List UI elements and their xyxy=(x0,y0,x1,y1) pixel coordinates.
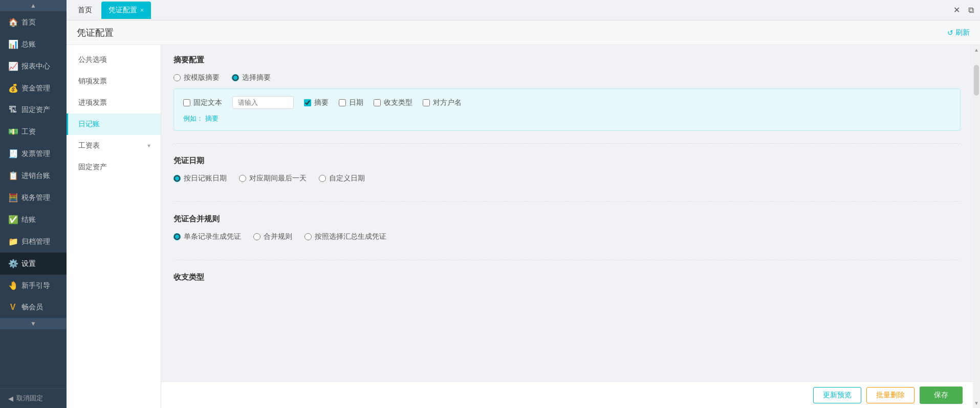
home-icon: 🏠 xyxy=(8,17,17,27)
ledger-icon: 📊 xyxy=(8,39,17,49)
checkbox-counterpart-name-input[interactable] xyxy=(423,99,430,106)
bulk-delete-button[interactable]: 批量删除 xyxy=(866,387,914,403)
radio-period-last-day-input[interactable] xyxy=(239,175,246,182)
page-header: 凭证配置 ↺ 刷新 xyxy=(67,20,980,45)
left-nav-journal[interactable]: 日记账 xyxy=(67,114,161,135)
tax-mgmt-icon: 🧮 xyxy=(8,193,17,202)
page-title: 凭证配置 xyxy=(77,27,114,39)
summary-config-radio-group: 按模版摘要 选择摘要 xyxy=(173,73,961,82)
radio-merge-rule[interactable]: 合并规则 xyxy=(253,232,292,241)
voucher-date-section: 凭证日期 按日记账日期 对应期间最后一天 xyxy=(173,156,961,202)
content-below-header: 公共选项 销项发票 进项发票 日记账 工资表 ▾ 固定资产 xyxy=(67,45,980,408)
summary-checkbox-config-area: 固定文本 摘要 日期 xyxy=(173,88,961,131)
checkbox-counterpart-name[interactable]: 对方户名 xyxy=(423,98,462,107)
sales-ledger-icon: 📋 xyxy=(8,171,17,180)
left-nav-payroll-sheet[interactable]: 工资表 ▾ xyxy=(67,135,161,156)
checkbox-fixed-text-input[interactable] xyxy=(183,99,190,106)
radio-merge-rule-input[interactable] xyxy=(253,233,260,240)
left-nav-fixed-asset[interactable]: 固定资产 xyxy=(67,156,161,178)
sidebar-scroll-down[interactable]: ▼ xyxy=(0,318,67,329)
update-preview-button[interactable]: 更新预览 xyxy=(813,387,861,403)
merge-rule-radio-group: 单条记录生成凭证 合并规则 按照选择汇总生成凭证 xyxy=(173,232,961,241)
sidebar-scroll-up[interactable]: ▲ xyxy=(0,0,67,11)
right-content: 摘要配置 按模版摘要 选择摘要 xyxy=(161,45,973,408)
example-label: 例如： xyxy=(183,115,203,122)
radio-period-last-day[interactable]: 对应期间最后一天 xyxy=(239,174,307,183)
checkout-icon: ✅ xyxy=(8,215,17,224)
left-nav-public[interactable]: 公共选项 xyxy=(67,49,161,71)
radio-single-record-input[interactable] xyxy=(173,233,181,240)
radio-select-summary[interactable]: 选择摘要 xyxy=(232,73,271,82)
summary-config-section: 摘要配置 按模版摘要 选择摘要 xyxy=(173,55,961,144)
summary-config-title: 摘要配置 xyxy=(173,55,961,65)
tab-voucher-config[interactable]: 凭证配置 × xyxy=(101,2,151,19)
sidebar: ▲ 🏠 首页 📊 总账 📈 报表中心 💰 资金管理 🏗 固定资产 💵 工资 🧾 … xyxy=(0,0,67,408)
voucher-date-title: 凭证日期 xyxy=(173,156,961,166)
funds-icon: 💰 xyxy=(8,83,17,93)
income-expense-title: 收支类型 xyxy=(173,273,961,282)
scrollbar-up-arrow[interactable]: ▲ xyxy=(973,45,980,55)
sidebar-item-settings[interactable]: ⚙️ 设置 xyxy=(0,253,67,275)
radio-summary-generate-input[interactable] xyxy=(304,233,312,240)
sidebar-item-archive[interactable]: 📁 归档管理 xyxy=(0,231,67,253)
scrollbar-track: ▲ ▼ xyxy=(973,45,980,408)
example-value: 摘要 xyxy=(205,115,219,122)
radio-select-summary-input[interactable] xyxy=(232,74,239,81)
checkbox-summary[interactable]: 摘要 xyxy=(304,98,329,107)
example-row: 例如： 摘要 xyxy=(183,114,951,123)
fixed-text-input[interactable] xyxy=(232,96,294,109)
radio-single-record[interactable]: 单条记录生成凭证 xyxy=(173,232,241,241)
radio-custom-date[interactable]: 自定义日期 xyxy=(319,174,365,183)
save-button[interactable]: 保存 xyxy=(920,387,963,404)
sidebar-item-assets[interactable]: 🏗 固定资产 xyxy=(0,99,67,121)
window-restore-button[interactable]: ⧉ xyxy=(966,4,976,17)
sidebar-item-ledger[interactable]: 📊 总账 xyxy=(0,33,67,55)
refresh-button[interactable]: ↺ 刷新 xyxy=(947,28,970,37)
sidebar-item-vip[interactable]: V 畅会员 xyxy=(0,297,67,318)
radio-summary-generate[interactable]: 按照选择汇总生成凭证 xyxy=(304,232,386,241)
radio-custom-date-input[interactable] xyxy=(319,175,326,182)
merge-rule-section: 凭证合并规则 单条记录生成凭证 合并规则 xyxy=(173,214,961,260)
checkbox-summary-input[interactable] xyxy=(304,99,311,106)
guide-icon: 🤚 xyxy=(8,281,17,290)
checkbox-fixed-text[interactable]: 固定文本 xyxy=(183,98,222,107)
main-area: 首页 凭证配置 × ✕ ⧉ 凭证配置 ↺ 刷新 公共选项 xyxy=(67,0,980,408)
merge-rule-title: 凭证合并规则 xyxy=(173,214,961,224)
scrollbar-down-arrow[interactable]: ▼ xyxy=(973,398,980,408)
chevron-down-icon: ▾ xyxy=(147,142,150,149)
sidebar-item-payroll[interactable]: 💵 工资 xyxy=(0,121,67,143)
radio-journal-date[interactable]: 按日记账日期 xyxy=(173,174,227,183)
checkbox-income-type[interactable]: 收支类型 xyxy=(374,98,412,107)
full-layout: 凭证配置 ↺ 刷新 公共选项 销项发票 进项发票 日记账 xyxy=(67,20,980,408)
sidebar-item-reports[interactable]: 📈 报表中心 xyxy=(0,55,67,77)
page-wrapper: 摘要配置 按模版摘要 选择摘要 xyxy=(161,45,973,381)
sidebar-item-sales-ledger[interactable]: 📋 进销台账 xyxy=(0,165,67,187)
radio-template-summary[interactable]: 按模版摘要 xyxy=(173,73,220,82)
left-nav-sales-invoice[interactable]: 销项发票 xyxy=(67,71,161,92)
left-nav-purchase-invoice[interactable]: 进项发票 xyxy=(67,92,161,114)
income-expense-section: 收支类型 xyxy=(173,273,961,303)
checkbox-income-type-input[interactable] xyxy=(374,99,381,106)
window-close-button[interactable]: ✕ xyxy=(951,3,962,17)
tab-home[interactable]: 首页 xyxy=(71,2,99,19)
pin-icon: ◀ xyxy=(8,395,13,402)
checkbox-date[interactable]: 日期 xyxy=(339,98,363,107)
scrollbar-thumb[interactable] xyxy=(974,65,979,96)
checkbox-date-input[interactable] xyxy=(339,99,346,106)
tab-bar-right-actions: ✕ ⧉ xyxy=(951,3,976,17)
sidebar-item-invoice-mgmt[interactable]: 🧾 发票管理 xyxy=(0,143,67,165)
sidebar-item-home[interactable]: 🏠 首页 xyxy=(0,11,67,33)
radio-template-summary-input[interactable] xyxy=(173,74,181,81)
tab-close-button[interactable]: × xyxy=(140,7,144,14)
radio-journal-date-input[interactable] xyxy=(173,175,181,182)
sidebar-item-funds[interactable]: 💰 资金管理 xyxy=(0,77,67,99)
payroll-icon: 💵 xyxy=(8,127,17,137)
settings-icon: ⚙️ xyxy=(8,259,17,268)
sidebar-item-tax-mgmt[interactable]: 🧮 税务管理 xyxy=(0,187,67,209)
sidebar-item-checkout[interactable]: ✅ 结账 xyxy=(0,209,67,231)
refresh-icon: ↺ xyxy=(947,29,953,37)
sidebar-item-guide[interactable]: 🤚 新手引导 xyxy=(0,275,67,297)
assets-icon: 🏗 xyxy=(8,105,17,115)
bottom-action-bar: 更新预览 批量删除 保存 xyxy=(161,381,973,408)
sidebar-unpin-button[interactable]: ◀ 取消固定 xyxy=(0,388,67,408)
